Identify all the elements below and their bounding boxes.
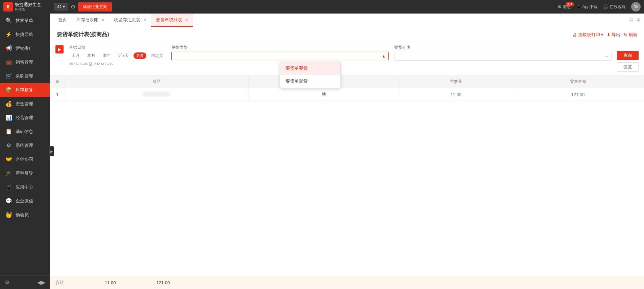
- cell-retail-amt[interactable]: 121.00: [512, 88, 644, 101]
- warehouse-filter-input[interactable]: [397, 54, 604, 59]
- table-header-row: ⚙ 商品 主计量单位 主数量 零: [50, 75, 644, 88]
- sidebar-label-purchase: 采购管理: [16, 73, 33, 79]
- export-label: 导出: [612, 32, 620, 38]
- main-layout: 🔍 搜索菜单 ⚡ 快捷导航 📢 营销推广 💼 销售管理 🛒 采购管理 📦: [0, 14, 644, 289]
- page-content: 要货单统计表(按商品) 🖨 按模板打印 ▾ ⬇ 导出 ↻ 刷新: [50, 27, 644, 289]
- date-btn-this-year[interactable]: 本年: [100, 52, 114, 60]
- sidebar-item-member[interactable]: 👑 畅会员: [0, 208, 50, 222]
- date-range-display: 2023-05-06 至 2023-06-06: [69, 62, 166, 67]
- print-icon: 🖨: [573, 32, 577, 37]
- quick-nav-icon: ⚡: [5, 31, 12, 38]
- sidebar-label-sales: 销售管理: [16, 59, 33, 65]
- warehouse-filter-input-wrapper[interactable]: ···: [394, 52, 612, 61]
- footer-label: 合计: [55, 280, 64, 286]
- date-btn-last-month[interactable]: 上月: [69, 52, 82, 60]
- query-button[interactable]: 查询: [617, 51, 639, 60]
- settings-button[interactable]: 设置: [617, 62, 639, 72]
- tab-selector[interactable]: 41 ▾: [54, 3, 68, 10]
- avatar[interactable]: Rit: [631, 2, 641, 12]
- tab-order-summary-close[interactable]: ✕: [185, 18, 188, 22]
- enterprise-icon: 🤝: [5, 156, 12, 162]
- messages-item[interactable]: ✉ 消息 99+: [558, 4, 571, 10]
- sidebar-item-enterprise[interactable]: 🤝 企业协同: [0, 152, 50, 166]
- sidebar-item-quick-nav[interactable]: ⚡ 快捷导航: [0, 27, 50, 41]
- sidebar-item-app-center[interactable]: 📱 应用中心: [0, 180, 50, 194]
- topbar-gear-icon[interactable]: ⚙: [71, 4, 75, 10]
- app-download-item[interactable]: 📱 App下载: [576, 4, 598, 10]
- tab-order-summary[interactable]: 要货单统计表 ✕: [151, 14, 193, 27]
- sidebar-item-inventory[interactable]: 📦 库存核算: [0, 83, 50, 97]
- member-icon: 👑: [5, 212, 12, 218]
- date-btn-last-7days[interactable]: 近7天: [116, 52, 132, 60]
- sidebar-label-app-center: 应用中心: [16, 184, 33, 190]
- search-icon: 🔍: [5, 17, 12, 24]
- user-initials: Rit: [634, 5, 638, 9]
- sidebar-item-system[interactable]: ⚙ 系统管理: [0, 138, 50, 152]
- tab-selector-value: 41: [57, 4, 62, 9]
- refresh-action[interactable]: ↻ 刷新: [624, 32, 637, 38]
- app-download-label: App下载: [582, 4, 598, 10]
- sidebar-item-finance[interactable]: 💰 资金管理: [0, 97, 50, 111]
- filter-expand-button[interactable]: ▶: [55, 45, 64, 53]
- trial-button[interactable]: 体验行业方案: [78, 2, 112, 12]
- dropdown-item-order-return[interactable]: 要货单退货: [280, 75, 340, 88]
- app-center-icon: 📱: [5, 184, 12, 190]
- sidebar-item-operations[interactable]: 📊 经营管理: [0, 111, 50, 125]
- print-label: 按模板打印: [578, 32, 600, 38]
- sidebar-label-marketing: 营销推广: [16, 45, 33, 51]
- date-badge-more[interactable]: 更多: [134, 52, 146, 59]
- page-title: 要货单统计表(按商品): [57, 31, 109, 38]
- type-dropdown-menu: 要货单要货 要货单退货: [280, 62, 341, 88]
- table-section: ⚙ 商品 主计量单位 主数量 零: [50, 75, 644, 276]
- type-filter-input[interactable]: [174, 53, 382, 59]
- print-dropdown-icon: ▾: [601, 32, 603, 37]
- sidebar: 🔍 搜索菜单 ⚡ 快捷导航 📢 营销推广 💼 销售管理 🛒 采购管理 📦: [0, 14, 50, 289]
- sales-icon: 💼: [5, 59, 12, 65]
- sidebar-label-basic-info: 基础信息: [16, 129, 33, 135]
- support-item[interactable]: 🎧 在线客服: [603, 4, 626, 10]
- collapse-icon[interactable]: ◀▶: [37, 279, 45, 286]
- refresh-icon: ↻: [624, 32, 627, 37]
- col-settings[interactable]: ⚙: [50, 75, 65, 88]
- top-bar: 6 畅捷通好生意 标准版 41 ▾ ⚙ 体验行业方案 ✉ 消息 99+ 📱 Ap…: [0, 0, 644, 14]
- tab-home[interactable]: 首页: [53, 14, 72, 27]
- app-name: 畅捷通好生意: [15, 2, 41, 7]
- date-options-row: 上月 本月 本年 近7天 更多 自定义: [69, 52, 166, 60]
- date-filter-label: 单据日期: [69, 45, 166, 50]
- type-filter-group: 单据类型 ▲: [171, 45, 389, 60]
- sidebar-item-marketing[interactable]: 📢 营销推广: [0, 41, 50, 55]
- export-action[interactable]: ⬇ 导出: [607, 32, 620, 38]
- sidebar-label-system: 系统管理: [16, 142, 33, 149]
- date-btn-custom[interactable]: 自定义: [148, 52, 166, 60]
- table-settings-icon[interactable]: ⚙: [55, 80, 59, 84]
- type-dropdown-icon[interactable]: ▲: [382, 54, 386, 59]
- sidebar-label-member: 畅会员: [16, 212, 29, 218]
- footer-retail-amt: 121.00: [157, 280, 170, 285]
- headset-icon: 🎧: [603, 4, 608, 9]
- type-filter-input-wrapper[interactable]: ▲: [171, 52, 389, 60]
- sidebar-collapse-arrow[interactable]: ▶: [49, 146, 54, 156]
- cell-main-qty[interactable]: 11.00: [400, 88, 512, 101]
- tab-shrink-icon[interactable]: ⊟: [629, 17, 634, 23]
- sidebar-item-sales[interactable]: 💼 销售管理: [0, 55, 50, 69]
- sidebar-item-guide[interactable]: 🎓 新手引导: [0, 166, 50, 180]
- page-actions: 🖨 按模板打印 ▾ ⬇ 导出 ↻ 刷新: [573, 32, 637, 38]
- dropdown-item-order-goods[interactable]: 要货单要货: [280, 62, 340, 75]
- sidebar-label-operations: 经营管理: [16, 115, 33, 121]
- print-action[interactable]: 🖨 按模板打印 ▾: [573, 32, 603, 38]
- sidebar-item-basic-info[interactable]: 📋 基础信息: [0, 125, 50, 138]
- tab-inventory-batch-close[interactable]: ✕: [101, 18, 104, 22]
- sidebar-item-wechat-biz[interactable]: 💬 企业微信: [0, 194, 50, 208]
- tab-receivable-summary[interactable]: 收发存汇总表 ✕: [109, 14, 151, 27]
- tab-inventory-batch[interactable]: 库存批次账 ✕: [72, 14, 109, 27]
- more-options-icon[interactable]: ···: [604, 53, 609, 59]
- sidebar-label-wechat-biz: 企业微信: [16, 198, 33, 204]
- date-btn-this-month[interactable]: 本月: [85, 52, 98, 60]
- settings-icon[interactable]: ⚙: [5, 279, 9, 286]
- sidebar-label-inventory: 库存核算: [16, 87, 33, 93]
- sidebar-item-purchase[interactable]: 🛒 采购管理: [0, 69, 50, 83]
- operations-icon: 📊: [5, 114, 12, 121]
- tab-expand-icon[interactable]: ⊞: [636, 17, 641, 23]
- sidebar-item-search[interactable]: 🔍 搜索菜单: [0, 14, 50, 27]
- tab-receivable-summary-close[interactable]: ✕: [143, 18, 146, 22]
